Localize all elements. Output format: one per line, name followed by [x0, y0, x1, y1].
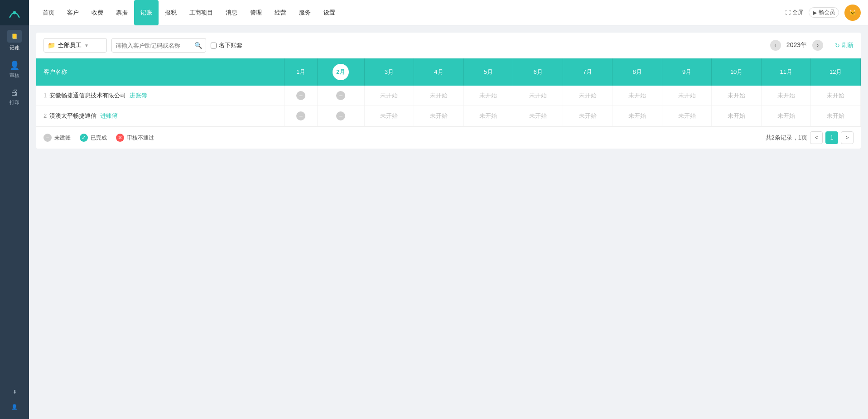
content-inner: 📁 全部员工 ▼ 🔍 名下账套 ‹ 2023年 ›: [36, 33, 861, 149]
month-cell-11: 未开始: [761, 106, 811, 126]
avatar[interactable]: 🐱: [844, 5, 861, 21]
nav-item-tax[interactable]: 报税: [159, 0, 183, 25]
mine-label: 名下账套: [219, 41, 242, 49]
col-header-m9: 9月: [662, 58, 712, 86]
nav-label-message: 消息: [226, 9, 237, 17]
row-index: 2: [43, 112, 47, 119]
search-icon[interactable]: 🔍: [194, 42, 202, 49]
nav-label-business: 工商项目: [189, 9, 213, 17]
month-cell-6: 未开始: [513, 106, 563, 126]
legend-dot-red: ✕: [116, 134, 124, 142]
enter-ledger-link[interactable]: 进账簿: [100, 112, 118, 119]
nav-label-settings: 设置: [323, 9, 335, 17]
mine-accounts-checkbox[interactable]: [211, 43, 217, 48]
folder-icon: 📁: [48, 42, 55, 49]
nav-item-bookkeeping[interactable]: 记账: [134, 0, 159, 25]
enter-ledger-link[interactable]: 进账簿: [130, 92, 147, 99]
nav-item-invoice[interactable]: 票据: [110, 0, 134, 25]
sidebar-icon-audit: 👤: [10, 60, 19, 70]
month-cell-4: 未开始: [414, 86, 464, 106]
month-cell-7: 未开始: [563, 86, 612, 106]
nav-item-operation[interactable]: 经营: [268, 0, 293, 25]
col-header-m1: 1月: [285, 58, 318, 86]
sidebar-item-bookkeeping[interactable]: 📒记账: [0, 25, 29, 56]
sidebar-bottom: ⬇ 👤: [0, 385, 29, 419]
nav-item-business[interactable]: 工商项目: [183, 0, 219, 25]
legend-item-completed: ✓已完成: [80, 134, 107, 142]
mine-accounts-toggle[interactable]: 名下账套: [211, 41, 242, 49]
nav-item-management[interactable]: 管理: [244, 0, 268, 25]
employee-filter[interactable]: 📁 全部员工 ▼: [43, 38, 107, 53]
nav-label-tax: 报税: [165, 9, 177, 17]
month-cell-5: 未开始: [463, 86, 513, 106]
status-not-started: 未开始: [827, 92, 844, 99]
total-label: 共2条记录，1页: [766, 134, 807, 142]
month-cell-8: 未开始: [612, 86, 662, 106]
topnav-right: ⛶ 全屏 ▶ 畅会员 🐱: [785, 5, 861, 21]
customer-name: 安徽畅捷通信息技术有限公司: [49, 92, 126, 99]
prev-page-button[interactable]: <: [810, 131, 823, 144]
status-not-started: 未开始: [728, 112, 745, 119]
sidebar-label-print: 打印: [10, 99, 19, 106]
topnav: 首页客户收费票据记账报税工商项目消息管理经营服务设置 ⛶ 全屏 ▶ 畅会员 🐱: [29, 0, 868, 25]
next-year-button[interactable]: ›: [812, 40, 823, 51]
nav-item-service[interactable]: 服务: [293, 0, 317, 25]
month-cell-12: 未开始: [811, 106, 861, 126]
nav-item-billing[interactable]: 收费: [85, 0, 110, 25]
next-page-button[interactable]: >: [841, 131, 854, 144]
status-not-started: 未开始: [777, 112, 795, 119]
col-header-name: 客户名称: [36, 58, 285, 86]
month-cell-2: −: [317, 106, 364, 126]
month-cell-1: −: [285, 106, 318, 126]
month-cell-9: 未开始: [662, 106, 712, 126]
toolbar: 📁 全部员工 ▼ 🔍 名下账套 ‹ 2023年 ›: [36, 33, 861, 58]
nav-item-message[interactable]: 消息: [219, 0, 244, 25]
sidebar-item-print[interactable]: 🖨打印: [0, 83, 29, 111]
status-not-started: 未开始: [678, 92, 696, 99]
svg-point-0: [13, 11, 16, 14]
refresh-icon: ↻: [835, 42, 840, 49]
nav-label-service: 服务: [299, 9, 311, 17]
search-input[interactable]: [116, 42, 192, 49]
support-icon: 👤: [11, 404, 18, 410]
status-not-started: 未开始: [628, 112, 646, 119]
col-header-m3: 3月: [364, 58, 414, 86]
sidebar-download[interactable]: ⬇: [0, 385, 29, 399]
status-not-started: 未开始: [479, 92, 497, 99]
month-cell-3: 未开始: [364, 86, 414, 106]
page-1-button[interactable]: 1: [825, 131, 838, 144]
sidebar-icon-print: 🖨: [10, 88, 19, 97]
nav-item-home[interactable]: 首页: [36, 0, 61, 25]
prev-year-button[interactable]: ‹: [770, 40, 781, 51]
nav-label-management: 管理: [250, 9, 262, 17]
sidebar: 📒记账👤审核🖨打印 ⬇ 👤: [0, 0, 29, 419]
col-header-m12: 12月: [811, 58, 861, 86]
vip-button[interactable]: ▶ 畅会员: [809, 7, 839, 18]
nav-label-invoice: 票据: [116, 9, 128, 17]
month-cell-6: 未开始: [513, 86, 563, 106]
col-header-m5: 5月: [463, 58, 513, 86]
nav-item-settings[interactable]: 设置: [317, 0, 342, 25]
customer-name-cell: 1安徽畅捷通信息技术有限公司进账簿: [36, 86, 285, 106]
month-cell-11: 未开始: [761, 86, 811, 106]
status-not-started: 未开始: [430, 112, 448, 119]
fullscreen-button[interactable]: ⛶ 全屏: [785, 9, 803, 16]
status-not-started: 未开始: [430, 92, 448, 99]
month-cell-8: 未开始: [612, 106, 662, 126]
col-header-m2: 2月: [317, 58, 364, 86]
sidebar-item-audit[interactable]: 👤审核: [0, 56, 29, 83]
active-month-circle: 2月: [333, 64, 349, 80]
table-wrapper: 客户名称1月2月3月4月5月6月7月8月9月10月11月12月 1安徽畅捷通信息…: [36, 58, 861, 126]
content: 📁 全部员工 ▼ 🔍 名下账套 ‹ 2023年 ›: [29, 25, 868, 419]
refresh-button[interactable]: ↻ 刷新: [835, 41, 854, 49]
sidebar-support[interactable]: 👤: [0, 400, 29, 414]
legend-label-not-started: 未建账: [54, 134, 71, 142]
nav-label-home: 首页: [43, 9, 54, 17]
search-wrapper: 🔍: [111, 38, 206, 53]
month-cell-10: 未开始: [712, 86, 762, 106]
footer: −未建账✓已完成✕审核不通过 共2条记录，1页 < 1 >: [36, 126, 861, 149]
status-dash-icon: −: [296, 111, 305, 120]
status-not-started: 未开始: [380, 92, 398, 99]
nav-item-customer[interactable]: 客户: [61, 0, 85, 25]
download-icon: ⬇: [13, 389, 17, 395]
